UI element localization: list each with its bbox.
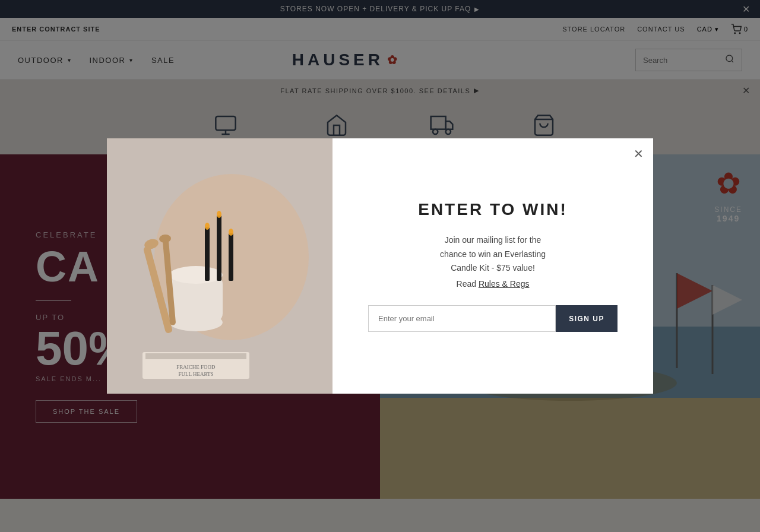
signup-button[interactable]: SIGN UP (556, 305, 618, 332)
modal-popup: FRAICHE FOOD FULL HEARTS ✕ ENTER TO WIN!… (107, 138, 653, 394)
svg-point-33 (169, 266, 223, 284)
rules-link[interactable]: Rules & Regs (479, 279, 530, 289)
modal-close-button[interactable]: ✕ (634, 148, 644, 160)
modal-product-illustration: FRAICHE FOOD FULL HEARTS (107, 138, 332, 394)
svg-point-38 (217, 211, 221, 218)
modal-content: ✕ ENTER TO WIN! Join our mailing list fo… (332, 138, 653, 394)
modal-rules-text: Read Rules & Regs (457, 279, 530, 289)
modal-image-content: FRAICHE FOOD FULL HEARTS (107, 138, 332, 394)
modal-title: ENTER TO WIN! (418, 200, 568, 219)
svg-rect-36 (229, 233, 233, 281)
svg-point-37 (205, 223, 210, 230)
modal-body: Join our mailing list for the chance to … (440, 233, 546, 276)
svg-rect-34 (205, 227, 210, 281)
modal-overlay[interactable]: FRAICHE FOOD FULL HEARTS ✕ ENTER TO WIN!… (0, 0, 760, 532)
email-input[interactable] (368, 305, 556, 332)
modal-form: SIGN UP (368, 305, 618, 332)
svg-text:FRAICHE FOOD: FRAICHE FOOD (176, 364, 216, 370)
svg-text:FULL HEARTS: FULL HEARTS (179, 371, 214, 377)
svg-rect-35 (217, 216, 221, 281)
svg-point-39 (229, 229, 233, 236)
svg-rect-45 (145, 353, 246, 359)
modal-image: FRAICHE FOOD FULL HEARTS (107, 138, 332, 394)
